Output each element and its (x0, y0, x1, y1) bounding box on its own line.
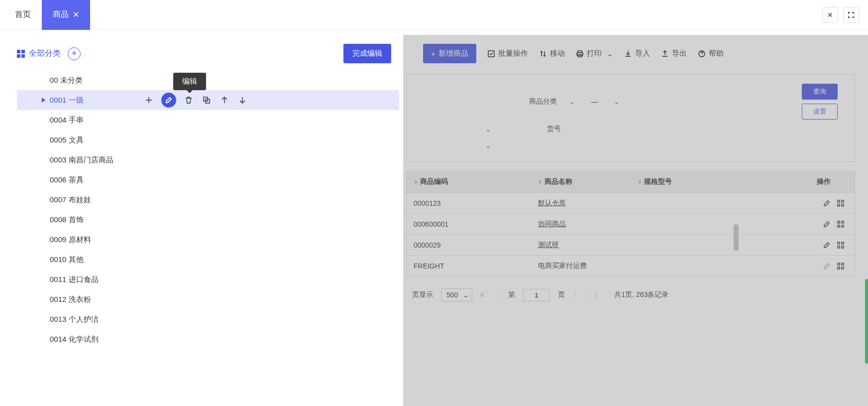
move-down-button[interactable] (237, 95, 248, 106)
svg-rect-18 (842, 246, 844, 248)
edit-icon[interactable] (823, 220, 831, 228)
more-icon[interactable] (837, 262, 845, 270)
prev-page-button[interactable]: 〈 (493, 290, 500, 299)
sort-icon[interactable]: ▲▼ (638, 179, 642, 184)
tab-product[interactable]: 商品 ✕ (42, 0, 90, 30)
content-panel: +新增商品 批量操作 移动 打印⌄ 导入 导出 帮助 商品分类 ⌄ — ⌄ 查询… (403, 35, 868, 406)
add-category-button[interactable]: + (68, 47, 81, 60)
per-page-select[interactable]: 500 ⌄ (441, 288, 472, 301)
row-ops (823, 199, 855, 207)
category-label: 0013 个人护洁 (50, 315, 99, 324)
category-label: 0004 手串 (50, 116, 84, 125)
category-item[interactable]: 0012 洗衣粉 (17, 289, 399, 309)
first-page-button[interactable]: K (480, 291, 485, 299)
scrollbar-indicator (865, 279, 868, 364)
category-item[interactable]: 0007 布娃娃 (17, 190, 399, 210)
svg-rect-21 (838, 267, 840, 269)
chevron-down-icon[interactable]: ⌄ (485, 125, 491, 133)
category-label: 0012 洗衣粉 (50, 295, 91, 304)
category-item[interactable]: 0013 个人护洁 (17, 309, 399, 329)
row-ops (823, 262, 855, 270)
batch-ops-button[interactable]: 批量操作 (487, 49, 528, 58)
col-code[interactable]: 商品编码 (420, 177, 448, 186)
category-label: 0008 首饰 (50, 215, 84, 225)
product-link[interactable]: 默认仓库 (538, 199, 566, 207)
table-header: ▲▼商品编码 ▲▼商品名称 ▲▼规格型号 操作 (406, 171, 855, 193)
row-actions: 编辑 (143, 93, 248, 108)
chevron-down-icon[interactable]: ⌄ (569, 98, 575, 106)
category-label: 0005 文具 (50, 135, 84, 145)
category-item[interactable]: 0011 进口食品 (17, 270, 399, 289)
next-page-button[interactable]: 〉 (573, 290, 580, 299)
table-row[interactable]: FREIGHT电商买家付运费 (406, 256, 855, 276)
table-body: 0000123默认仓库000600001协同商品0000029测试呀FREIGH… (406, 193, 855, 276)
sort-icon[interactable]: ▲▼ (538, 179, 542, 184)
col-spec[interactable]: 规格型号 (644, 177, 672, 186)
svg-rect-5 (578, 55, 582, 57)
cell-code: 0000123 (407, 199, 531, 207)
chevron-down-icon[interactable]: ⌄ (614, 98, 620, 106)
category-item[interactable]: 0008 首饰 (17, 210, 399, 230)
svg-rect-15 (838, 242, 840, 244)
more-icon[interactable] (837, 199, 845, 207)
edit-icon[interactable] (823, 241, 831, 249)
fullscreen-button[interactable] (843, 7, 859, 23)
svg-rect-20 (842, 263, 844, 265)
edit-button[interactable]: 编辑 (161, 93, 176, 108)
close-icon[interactable]: ✕ (73, 10, 79, 19)
category-label: 0014 化学试剂 (50, 335, 99, 344)
query-button[interactable]: 查询 (802, 84, 838, 100)
svg-rect-16 (842, 242, 844, 244)
move-button[interactable]: 移动 (539, 49, 565, 58)
tab-home[interactable]: 首页 (4, 0, 42, 30)
category-item[interactable]: 0004 手串 (17, 110, 399, 130)
svg-rect-13 (838, 225, 840, 227)
category-item[interactable]: 00 未分类 (17, 70, 399, 90)
category-item[interactable]: 0014 化学试剂 (17, 329, 399, 349)
category-label: 0006 茶具 (50, 175, 84, 185)
category-item[interactable]: 0003 南昌门店商品 (17, 150, 399, 170)
copy-button[interactable] (201, 95, 212, 106)
chevron-down-icon[interactable]: ⌄ (485, 141, 491, 149)
edit-icon[interactable] (823, 199, 831, 207)
table-row[interactable]: 000600001协同商品 (406, 214, 855, 235)
category-item[interactable]: 0010 其他 (17, 250, 399, 270)
export-button[interactable]: 导出 (661, 49, 687, 58)
category-item[interactable]: 0009 原材料 (17, 230, 399, 250)
table-row[interactable]: 0000029测试呀 (406, 235, 855, 256)
category-tree[interactable]: 00 未分类0001 一级编辑0004 手串0005 文具0003 南昌门店商品… (17, 70, 400, 406)
close-all-button[interactable]: ✕ (822, 7, 838, 23)
scrollbar-thumb[interactable] (734, 224, 739, 251)
category-item[interactable]: 0006 茶具 (17, 170, 399, 190)
add-product-label: 新增商品 (438, 49, 468, 58)
delete-button[interactable] (183, 95, 194, 106)
table-row[interactable]: 0000123默认仓库 (406, 193, 855, 214)
category-item[interactable]: 0005 文具 (17, 130, 399, 150)
caret-right-icon[interactable] (42, 98, 45, 103)
pagination: 页显示 500 ⌄ K 〈 第 页 〉 〉| 共1页, 263条记录 (403, 288, 855, 301)
product-link[interactable]: 协同商品 (538, 220, 566, 228)
last-page-button[interactable]: 〉| (588, 290, 597, 299)
done-edit-button[interactable]: 完成编辑 (343, 44, 391, 63)
cell-code: FREIGHT (407, 262, 531, 270)
add-child-button[interactable] (143, 95, 154, 106)
import-button[interactable]: 导入 (624, 49, 650, 58)
settings-button[interactable]: 设置 (802, 104, 838, 120)
more-icon[interactable] (837, 220, 845, 228)
edit-icon[interactable] (823, 262, 831, 270)
page-input[interactable] (523, 289, 550, 301)
svg-rect-14 (842, 225, 844, 227)
all-categories-link[interactable]: 全部分类 (17, 48, 61, 59)
col-ops: 操作 (817, 177, 831, 186)
cell-name: 协同商品 (531, 220, 631, 229)
product-link[interactable]: 测试呀 (538, 241, 559, 249)
col-name[interactable]: 商品名称 (544, 177, 572, 186)
move-up-button[interactable] (219, 95, 230, 106)
more-icon[interactable] (837, 241, 845, 249)
help-button[interactable]: 帮助 (698, 49, 724, 58)
category-item[interactable]: 0001 一级编辑 (17, 90, 399, 110)
print-button[interactable]: 打印⌄ (576, 49, 613, 58)
add-product-button[interactable]: +新增商品 (423, 44, 476, 63)
per-page-label: 页显示 (412, 290, 433, 299)
sort-icon[interactable]: ▲▼ (414, 179, 418, 184)
